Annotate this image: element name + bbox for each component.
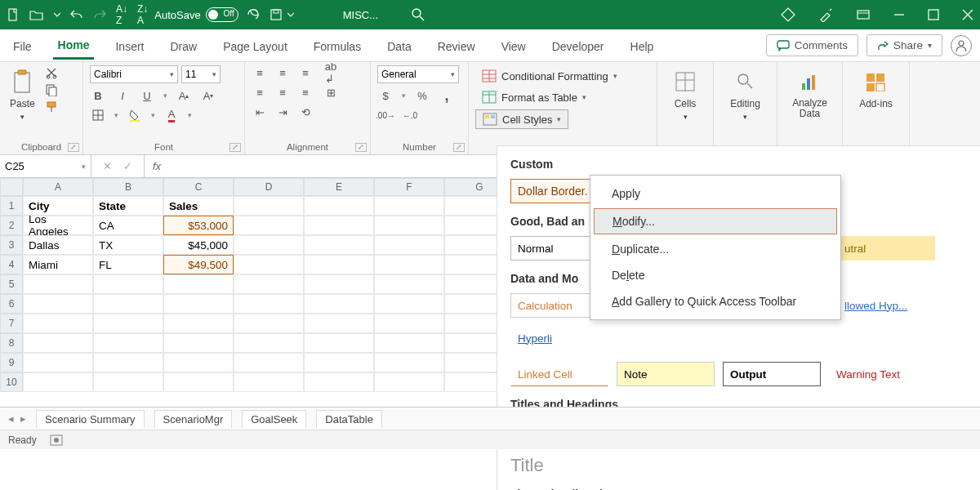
font-size-combo[interactable]: 11▾ xyxy=(181,65,220,83)
comments-button[interactable]: Comments xyxy=(766,34,858,56)
indent-inc-icon[interactable]: ⇥ xyxy=(274,105,291,119)
cell[interactable] xyxy=(93,353,163,372)
cell[interactable]: CA xyxy=(93,216,163,235)
cell[interactable] xyxy=(374,372,444,392)
context-duplicate[interactable]: Duplicate... xyxy=(590,236,840,262)
autosave-toggle[interactable]: AutoSave Off xyxy=(154,7,238,22)
col-header[interactable]: F xyxy=(374,178,444,196)
style-hyperlink[interactable]: Hyperli xyxy=(510,326,568,350)
cell[interactable] xyxy=(304,314,374,333)
name-box[interactable]: C25▾ xyxy=(0,155,91,177)
sort-asc-icon[interactable]: A↓Z xyxy=(116,3,127,26)
cell[interactable] xyxy=(304,353,374,372)
context-apply[interactable]: Apply xyxy=(590,180,840,207)
redo-icon[interactable] xyxy=(93,8,106,21)
cell[interactable]: State xyxy=(93,196,163,216)
cell-styles-button[interactable]: Cell Styles▾ xyxy=(475,109,568,129)
cells-button[interactable]: Cells▾ xyxy=(664,65,706,124)
ribbon-mode-icon[interactable] xyxy=(856,7,871,22)
cut-icon[interactable] xyxy=(43,65,60,80)
analyze-data-button[interactable]: Analyze Data xyxy=(784,65,835,122)
cell[interactable] xyxy=(163,314,234,333)
indent-dec-icon[interactable]: ⇤ xyxy=(252,105,268,119)
align-left-icon[interactable]: ≡ xyxy=(252,85,268,100)
style-linked-cell[interactable]: Linked Cell xyxy=(510,362,608,386)
format-as-table-button[interactable]: Format as Table▾ xyxy=(475,88,593,106)
merge-icon[interactable]: ⊞ xyxy=(320,85,341,100)
cell[interactable] xyxy=(163,294,234,314)
cell[interactable]: $49,500 xyxy=(163,255,234,274)
minimize-icon[interactable] xyxy=(893,9,905,20)
diamond-icon[interactable] xyxy=(781,7,795,22)
cell[interactable] xyxy=(374,235,444,255)
alignment-launcher[interactable]: ⤢ xyxy=(355,143,367,152)
close-icon[interactable] xyxy=(962,9,973,20)
align-top-icon[interactable]: ≡ xyxy=(252,65,268,80)
context-modify[interactable]: Modify... xyxy=(594,208,837,234)
cell[interactable] xyxy=(374,255,444,274)
grow-font-icon[interactable]: A▴ xyxy=(176,88,192,103)
currency-icon[interactable]: $ xyxy=(377,88,394,103)
row-header[interactable]: 5 xyxy=(0,274,23,294)
cell[interactable]: $53,000 xyxy=(163,216,234,235)
col-header[interactable]: C xyxy=(163,178,234,196)
editing-button[interactable]: Editing▾ xyxy=(720,65,770,124)
context-add-to-qat[interactable]: Add Gallery to Quick Access Toolbar xyxy=(590,288,840,314)
row-header[interactable]: 9 xyxy=(0,353,23,372)
undo-icon[interactable] xyxy=(70,8,83,21)
cell[interactable] xyxy=(304,235,374,255)
sheet-tab[interactable]: ScenarioMgr xyxy=(154,410,233,428)
row-header[interactable]: 8 xyxy=(0,333,23,353)
brush-icon[interactable] xyxy=(818,7,833,22)
bold-icon[interactable]: B xyxy=(90,88,106,103)
tab-insert[interactable]: Insert xyxy=(110,33,149,59)
share-button[interactable]: Share▾ xyxy=(866,34,942,56)
comma-icon[interactable]: , xyxy=(439,88,455,103)
tab-page-layout[interactable]: Page Layout xyxy=(218,33,292,59)
search-icon[interactable] xyxy=(411,7,425,22)
copy-icon[interactable] xyxy=(43,82,60,97)
caret-down-icon[interactable] xyxy=(287,11,294,18)
tab-developer[interactable]: Developer xyxy=(547,33,609,59)
cell[interactable] xyxy=(374,333,444,353)
save-icon[interactable] xyxy=(270,8,283,21)
cell[interactable] xyxy=(23,353,93,372)
cell[interactable] xyxy=(304,255,374,274)
sort-desc-icon[interactable]: Z↓A xyxy=(137,3,148,26)
fill-color-icon[interactable] xyxy=(127,108,143,122)
cell[interactable] xyxy=(93,372,163,392)
cell[interactable] xyxy=(163,353,234,372)
enter-icon[interactable]: ✓ xyxy=(123,160,132,172)
tab-view[interactable]: View xyxy=(497,33,531,59)
style-output[interactable]: Output xyxy=(723,362,821,386)
cell[interactable]: Miami xyxy=(23,255,93,274)
cell[interactable]: TX xyxy=(93,235,163,255)
conditional-formatting-button[interactable]: Conditional Formatting▾ xyxy=(475,67,624,85)
row-header[interactable]: 4 xyxy=(0,255,23,274)
sheet-prev-icon[interactable]: ◂ xyxy=(8,412,14,425)
cell[interactable]: Dallas xyxy=(23,235,93,255)
font-launcher[interactable]: ⤢ xyxy=(229,143,241,152)
sheet-tab[interactable]: DataTable xyxy=(316,410,382,428)
cell[interactable] xyxy=(23,333,93,353)
cell[interactable] xyxy=(93,314,163,333)
col-header[interactable]: D xyxy=(234,178,304,196)
align-right-icon[interactable]: ≡ xyxy=(297,85,314,100)
cell[interactable] xyxy=(234,255,304,274)
cell[interactable] xyxy=(93,333,163,353)
sheet-tab[interactable]: GoalSeek xyxy=(242,410,306,428)
cell[interactable] xyxy=(23,314,93,333)
wrap-icon[interactable]: ab↲ xyxy=(320,65,341,80)
style-followed-hyperlink[interactable]: llowed Hyp... xyxy=(837,293,927,318)
tab-data[interactable]: Data xyxy=(382,33,416,59)
cell[interactable] xyxy=(234,196,304,216)
dec-decimal-icon[interactable]: ←.0 xyxy=(402,108,418,122)
number-format-combo[interactable]: General▾ xyxy=(377,65,459,83)
col-header[interactable]: A xyxy=(23,178,93,196)
font-color-icon[interactable]: A xyxy=(163,108,180,122)
cell[interactable]: FL xyxy=(93,255,163,274)
tab-home[interactable]: Home xyxy=(53,31,95,60)
orient-icon[interactable]: ⟲ xyxy=(297,105,314,119)
cell[interactable] xyxy=(374,294,444,314)
context-delete[interactable]: Delete xyxy=(590,262,840,288)
